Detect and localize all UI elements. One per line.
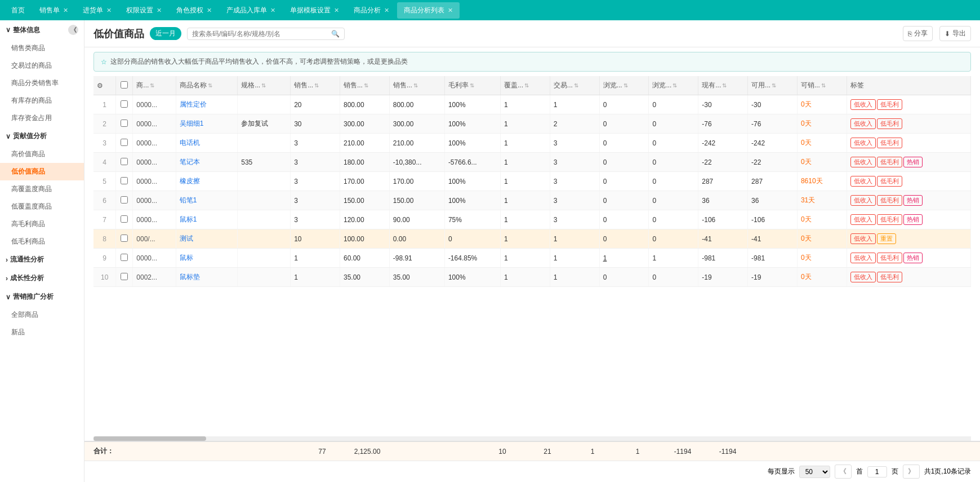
nav-analysis-close[interactable]: ✕ — [384, 7, 389, 14]
footer-browse2: 1 — [621, 448, 654, 456]
filter-recent-btn[interactable]: 近一月 — [150, 27, 181, 40]
sidebar-group-contribution[interactable]: ∨ 贡献值分析 — [0, 127, 84, 145]
nav-permissions-close[interactable]: ✕ — [157, 7, 162, 14]
cell-checkbox[interactable] — [116, 172, 133, 191]
cell-name[interactable]: 笔记本 — [176, 153, 237, 172]
sidebar-group-overall[interactable]: ∨ 整体信息 《 — [0, 20, 84, 39]
cell-checkbox[interactable] — [116, 249, 133, 268]
cell-checkbox[interactable] — [116, 210, 133, 229]
search-input[interactable] — [192, 30, 328, 38]
cell-cover: 1 — [501, 153, 550, 172]
nav-analysis-list-close[interactable]: ✕ — [448, 7, 453, 14]
cell-code: 0000... — [133, 153, 176, 172]
export-icon: ⬇ — [945, 30, 950, 38]
tag-badge: 低收入 — [850, 157, 876, 167]
cell-name[interactable]: 属性定价 — [176, 95, 237, 114]
sidebar-item-category-rate[interactable]: 商品分类销售率 — [0, 74, 84, 92]
col-sales-cost: 销售...⇅ — [389, 76, 444, 95]
col-cover: 覆盖...⇅ — [501, 76, 550, 95]
per-page-select[interactable]: 50 100 200 — [799, 466, 830, 478]
sidebar-item-new-goods[interactable]: 新品 — [0, 324, 84, 341]
cell-browse1[interactable]: 1 — [599, 249, 649, 268]
col-settings[interactable]: ⚙ — [93, 76, 116, 95]
nav-analysis[interactable]: 商品分析 ✕ — [347, 2, 396, 19]
cell-name[interactable]: 橡皮擦 — [176, 172, 237, 191]
scrollbar-thumb[interactable] — [93, 436, 206, 441]
cell-sales-cost: 300.00 — [389, 114, 444, 134]
sidebar-group-growth[interactable]: › 成长性分析 — [0, 269, 84, 288]
cell-sales-amt: 180.00 — [340, 153, 389, 172]
cell-sales-cost: 210.00 — [389, 134, 444, 153]
tag-badge: 重置 — [877, 233, 896, 244]
cell-gross-rate: 0 — [444, 229, 500, 249]
sidebar-item-all-goods[interactable]: 全部商品 — [0, 306, 84, 324]
cell-name[interactable]: 铅笔1 — [176, 191, 237, 210]
cell-name[interactable]: 鼠标垫 — [176, 268, 237, 287]
cell-checkbox[interactable] — [116, 229, 133, 249]
sidebar-item-stock-capital[interactable]: 库存资金占用 — [0, 109, 84, 127]
cell-sellable: 31天 — [797, 191, 847, 210]
sidebar-item-low-profit[interactable]: 低毛利商品 — [0, 233, 84, 250]
next-page-btn[interactable]: 》 — [903, 465, 920, 479]
cell-num: 4 — [93, 153, 116, 172]
horizontal-scrollbar[interactable] — [93, 436, 971, 441]
cell-sales-amt: 60.00 — [340, 249, 389, 268]
cell-checkbox[interactable] — [116, 191, 133, 210]
sidebar-item-low-cover[interactable]: 低覆盖度商品 — [0, 198, 84, 215]
first-page-btn[interactable]: 《 — [835, 465, 852, 479]
share-button[interactable]: ⎘ 分享 — [903, 26, 933, 41]
sidebar-item-low-value[interactable]: 低价值商品 — [0, 163, 84, 180]
nav-sales-close[interactable]: ✕ — [63, 7, 68, 14]
footer-available: -1194 — [711, 448, 745, 456]
sidebar-item-high-cover[interactable]: 高覆盖度商品 — [0, 180, 84, 198]
cell-sales-cost: 90.00 — [389, 210, 444, 229]
nav-products[interactable]: 产成品入库单 ✕ — [220, 2, 282, 19]
nav-home[interactable]: 首页 — [5, 2, 32, 19]
nav-purchase[interactable]: 进货单 ✕ — [76, 2, 118, 19]
cell-checkbox[interactable] — [116, 268, 133, 287]
footer-cover: 10 — [485, 448, 519, 456]
cell-checkbox[interactable] — [116, 95, 133, 114]
col-available: 可用...⇅ — [748, 76, 798, 95]
sidebar-item-high-value[interactable]: 高价值商品 — [0, 145, 84, 163]
cell-tags: 低收入重置 — [847, 229, 970, 249]
nav-templates[interactable]: 单据模板设置 ✕ — [283, 2, 346, 19]
cell-checkbox[interactable] — [116, 114, 133, 134]
sidebar-item-stock-goods[interactable]: 有库存的商品 — [0, 92, 84, 109]
footer-current: -1194 — [666, 448, 700, 456]
tag-badge: 低毛利 — [877, 272, 902, 282]
nav-roles-close[interactable]: ✕ — [207, 7, 212, 14]
cell-browse1: 0 — [599, 229, 649, 249]
sidebar-group-flow[interactable]: › 流通性分析 — [0, 250, 84, 269]
cell-available: -41 — [748, 229, 798, 249]
cell-name[interactable]: 电话机 — [176, 134, 237, 153]
tag-badge: 低收入 — [850, 272, 876, 282]
cell-current: -22 — [698, 153, 748, 172]
nav-roles[interactable]: 角色授权 ✕ — [170, 2, 219, 19]
cell-checkbox[interactable] — [116, 134, 133, 153]
sidebar-group-marketing[interactable]: ∨ 营销推广分析 — [0, 288, 84, 306]
cell-name[interactable]: 吴细细1 — [176, 114, 237, 134]
search-icon[interactable]: 🔍 — [331, 30, 340, 38]
tag-badge: 低毛利 — [877, 214, 902, 225]
sidebar-collapse-btn[interactable]: 《 — [68, 25, 78, 35]
cell-name[interactable]: 鼠标1 — [176, 210, 237, 229]
cell-cover: 1 — [501, 191, 550, 210]
nav-analysis-list[interactable]: 商品分析列表 ✕ — [397, 2, 460, 19]
nav-permissions[interactable]: 权限设置 ✕ — [119, 2, 168, 19]
cell-trade: 1 — [550, 95, 599, 114]
nav-templates-close[interactable]: ✕ — [334, 7, 339, 14]
nav-sales[interactable]: 销售单 ✕ — [33, 2, 75, 19]
cell-tags: 低收入低毛利 — [847, 268, 970, 287]
cell-checkbox[interactable] — [116, 153, 133, 172]
sidebar-item-traded-goods[interactable]: 交易过的商品 — [0, 57, 84, 74]
export-button[interactable]: ⬇ 导出 — [939, 26, 971, 41]
cell-name[interactable]: 鼠标 — [176, 249, 237, 268]
nav-products-close[interactable]: ✕ — [270, 7, 275, 14]
col-checkbox-all[interactable] — [116, 76, 133, 95]
sidebar-item-high-profit[interactable]: 高毛利商品 — [0, 215, 84, 233]
page-number-input[interactable] — [867, 466, 887, 477]
sidebar-item-sales-goods[interactable]: 销售类商品 — [0, 39, 84, 57]
cell-name[interactable]: 测试 — [176, 229, 237, 249]
nav-purchase-close[interactable]: ✕ — [106, 7, 112, 14]
